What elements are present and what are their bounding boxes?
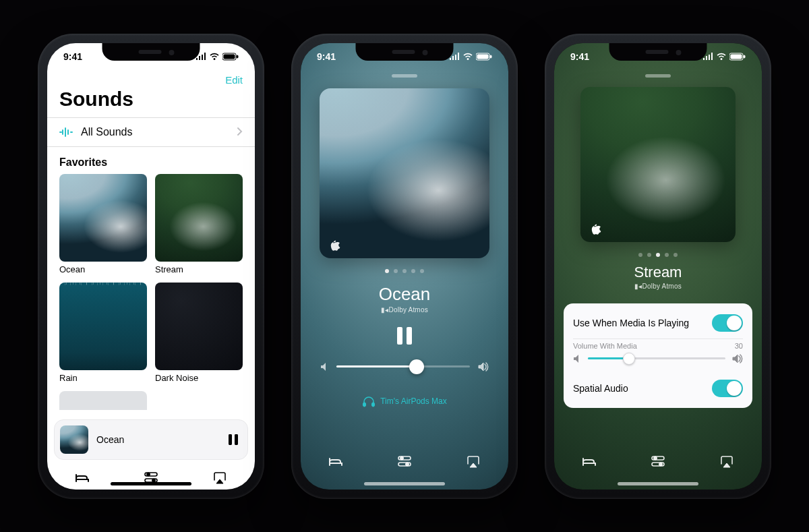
page-dots[interactable] bbox=[385, 269, 424, 273]
tab-sleep[interactable] bbox=[582, 454, 597, 468]
playback-settings-card: Use When Media Is Playing Volume With Me… bbox=[564, 303, 752, 408]
tile-label: Dark Noise bbox=[155, 373, 243, 383]
artwork-ocean bbox=[59, 174, 147, 262]
headphones-icon bbox=[362, 394, 376, 408]
use-when-media-label: Use When Media Is Playing bbox=[573, 318, 689, 328]
tab-airplay[interactable] bbox=[719, 454, 734, 468]
tile-label: Ocean bbox=[59, 264, 147, 274]
tab-bar bbox=[47, 465, 255, 490]
page-dots[interactable] bbox=[638, 253, 678, 257]
phone-now-playing-stream: 9:41 Stream ▮◂Dolby Atmos Use When Media… bbox=[545, 34, 771, 499]
chevron-right-icon bbox=[237, 127, 243, 136]
page-title: Sounds bbox=[47, 86, 255, 117]
battery-icon bbox=[222, 53, 239, 61]
battery-icon bbox=[476, 53, 492, 61]
artwork-dark-noise bbox=[155, 283, 243, 370]
volume-with-media-label: Volume With Media bbox=[573, 342, 637, 350]
artwork-rain bbox=[59, 283, 147, 370]
dolby-label: ▮◂Dolby Atmos bbox=[381, 306, 428, 314]
spatial-audio-label: Spatial Audio bbox=[573, 383, 628, 394]
tab-bar bbox=[301, 444, 508, 479]
now-playing-artwork[interactable] bbox=[580, 87, 736, 242]
notch bbox=[102, 43, 200, 61]
audio-route-button[interactable]: Tim's AirPods Max bbox=[362, 394, 447, 408]
dolby-label: ▮◂Dolby Atmos bbox=[634, 283, 682, 290]
notch bbox=[609, 43, 707, 61]
status-time: 9:41 bbox=[570, 51, 589, 62]
pause-icon[interactable] bbox=[229, 434, 238, 445]
toggle-row-use-when-media: Use When Media Is Playing bbox=[564, 307, 752, 338]
tab-sleep[interactable] bbox=[328, 454, 343, 468]
notch bbox=[356, 43, 454, 61]
sheet-grabber[interactable] bbox=[392, 74, 417, 78]
volume-thumb[interactable] bbox=[409, 359, 424, 374]
phone-library: 9:41 Edit Sounds All Sounds Favorites Oc… bbox=[38, 34, 264, 499]
tab-settings[interactable] bbox=[398, 454, 411, 468]
toggle-row-spatial-audio: Spatial Audio bbox=[564, 373, 752, 404]
volume-with-media-value: 30 bbox=[735, 342, 743, 350]
artwork-truncated bbox=[59, 391, 147, 410]
sound-tile-ocean[interactable]: Ocean bbox=[59, 174, 147, 274]
tab-bar bbox=[554, 444, 762, 479]
volume-thumb[interactable] bbox=[623, 353, 635, 365]
use-when-media-toggle[interactable] bbox=[712, 314, 743, 332]
status-time: 9:41 bbox=[63, 51, 82, 62]
volume-high-icon bbox=[732, 354, 743, 363]
wifi-icon bbox=[463, 53, 473, 60]
now-playing-title: Ocean bbox=[379, 284, 431, 305]
tile-label: Stream bbox=[155, 264, 243, 274]
artwork-stream bbox=[155, 174, 243, 262]
volume-with-media-slider[interactable] bbox=[564, 350, 752, 373]
sound-tile-truncated[interactable] bbox=[59, 391, 147, 410]
wifi-icon bbox=[210, 53, 219, 60]
tab-settings[interactable] bbox=[651, 454, 665, 468]
phone-now-playing-ocean: 9:41 Ocean ▮◂Dolby Atmos bbox=[291, 34, 518, 499]
sound-tile-stream[interactable]: Stream bbox=[155, 174, 243, 274]
volume-low-icon bbox=[573, 354, 581, 363]
volume-low-icon bbox=[320, 362, 328, 372]
spatial-audio-toggle[interactable] bbox=[712, 380, 743, 397]
tile-label: Rain bbox=[59, 373, 147, 383]
audio-route-label: Tim's AirPods Max bbox=[380, 396, 447, 406]
edit-button[interactable]: Edit bbox=[225, 74, 243, 86]
status-time: 9:41 bbox=[317, 51, 336, 62]
sound-tile-dark-noise[interactable]: Dark Noise bbox=[155, 283, 243, 383]
all-sounds-label: All Sounds bbox=[81, 126, 133, 138]
apple-logo-icon bbox=[328, 238, 341, 252]
miniplayer-artwork bbox=[60, 425, 88, 454]
volume-slider[interactable] bbox=[320, 362, 489, 372]
miniplayer[interactable]: Ocean bbox=[54, 419, 248, 460]
miniplayer-title: Ocean bbox=[96, 434, 220, 445]
tab-airplay[interactable] bbox=[212, 471, 227, 484]
tab-sleep[interactable] bbox=[75, 471, 90, 484]
battery-icon bbox=[729, 53, 746, 61]
pause-button[interactable] bbox=[397, 327, 412, 347]
home-indicator[interactable] bbox=[618, 482, 698, 485]
wifi-icon bbox=[717, 53, 726, 60]
sound-tile-rain[interactable]: Rain bbox=[59, 283, 147, 383]
now-playing-artwork[interactable] bbox=[320, 88, 489, 258]
home-indicator[interactable] bbox=[364, 482, 445, 485]
now-playing-title: Stream bbox=[634, 264, 682, 281]
sheet-grabber[interactable] bbox=[645, 74, 671, 78]
volume-high-icon bbox=[478, 362, 489, 372]
soundwave-icon bbox=[59, 127, 73, 137]
all-sounds-row[interactable]: All Sounds bbox=[47, 117, 255, 147]
apple-logo-icon bbox=[589, 222, 602, 235]
favorites-header: Favorites bbox=[47, 147, 255, 174]
home-indicator[interactable] bbox=[111, 482, 191, 485]
tab-airplay[interactable] bbox=[466, 454, 481, 468]
